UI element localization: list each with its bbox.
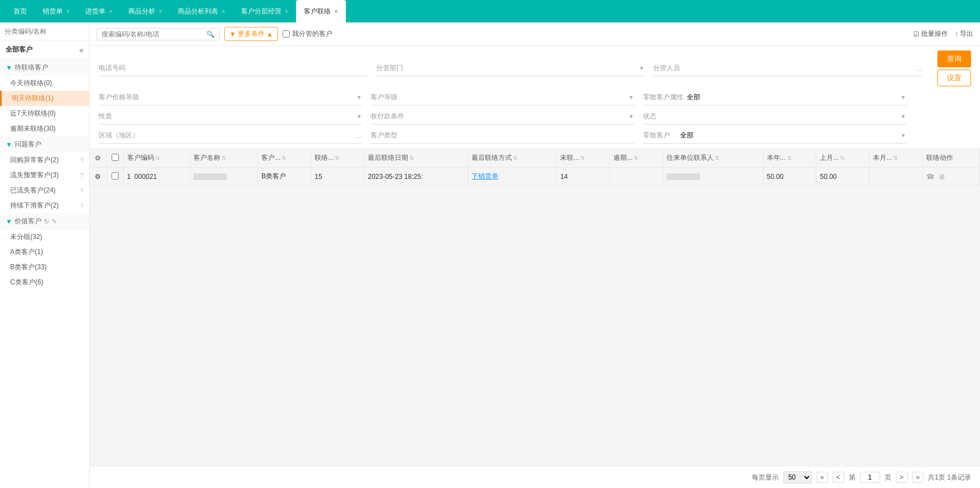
sidebar-group-problem[interactable]: ▼ 问题客户 [0, 136, 89, 153]
sidebar-all-customers[interactable]: 全部客户 « [0, 40, 89, 59]
page-number-input[interactable] [860, 472, 880, 483]
export-icon: ↑ [955, 30, 958, 38]
sidebar-search-input[interactable] [4, 27, 89, 35]
th-overdue: 逾期...⇅ [610, 149, 663, 168]
sort-this-month-icon[interactable]: ⇅ [893, 155, 898, 161]
call-icon[interactable]: ☎ [926, 173, 935, 181]
close-customer-segmentation-icon[interactable]: × [285, 8, 288, 15]
sort-type-icon[interactable]: ⇅ [281, 155, 286, 161]
filter-bar: 🔍 ▼ 更多条件 ▲ 我分管的客户 ☑ 批量操作 ↑ 导出 [90, 22, 980, 46]
sidebar-item-today-pending[interactable]: 今天待联络(0) [0, 76, 89, 91]
next-page-button[interactable]: > [896, 472, 908, 483]
sidebar-item-tomorrow-pending[interactable]: 明天待联络(1) [0, 91, 89, 106]
customer-level-dropdown-icon[interactable]: ▼ [628, 94, 634, 100]
sidebar-item-class-a[interactable]: A类客户(1) [0, 245, 89, 260]
close-sales-order-icon[interactable]: × [66, 8, 70, 15]
more-conditions-button[interactable]: ▼ 更多条件 ▲ [224, 27, 278, 41]
filter-right-actions: ☑ 批量操作 ↑ 导出 [913, 29, 973, 39]
sort-date-icon[interactable]: ⇅ [409, 155, 414, 161]
sort-contacts-icon[interactable]: ⇅ [335, 155, 339, 161]
phone-input[interactable] [132, 65, 367, 72]
help-icon[interactable]: ? [80, 187, 84, 194]
set-button[interactable]: 设置 [937, 70, 971, 86]
sidebar-item-ungrouped[interactable]: 未分组(32) [0, 229, 89, 245]
filter-nature: 性质 ▼ [99, 109, 362, 125]
nav-product-analysis-list[interactable]: 商品分析列表 × [170, 0, 233, 22]
nav-sales-order[interactable]: 销货单 × [35, 0, 77, 22]
refresh-icon[interactable]: ↻ [44, 218, 49, 225]
my-customers-checkbox[interactable] [283, 30, 290, 38]
row-last-contact-method: 下销货单 [468, 168, 557, 186]
sort-year-icon[interactable]: ⇅ [787, 155, 792, 161]
row-checkbox[interactable] [112, 172, 119, 179]
retail-attr-dropdown-icon[interactable]: ▼ [900, 94, 906, 100]
nature-dropdown-icon[interactable]: ▼ [356, 113, 362, 119]
close-product-analysis-icon[interactable]: × [159, 8, 162, 15]
select-all-checkbox[interactable] [112, 154, 119, 161]
sidebar: 🔍 全部客户 « ▼ 待联络客户 今天待联络(0) 明天待联络(1) 近7天待联… [0, 22, 90, 488]
sort-overdue-icon[interactable]: ⇅ [634, 155, 638, 161]
sidebar-item-repurchase-anomaly[interactable]: 回购异常客户(2) ? [0, 153, 89, 168]
export-button[interactable]: ↑ 导出 [955, 29, 973, 39]
status-dropdown-icon[interactable]: ▼ [900, 113, 906, 119]
price-level-dropdown-icon[interactable]: ▼ [356, 94, 362, 100]
th-contacts: 联络...⇅ [311, 149, 364, 168]
last-contact-method-link[interactable]: 下销货单 [471, 172, 498, 180]
search-icon[interactable]: 🔍 [206, 30, 215, 38]
row-this-year: 50.00 [763, 168, 816, 186]
customer-table: ⚙ 客户编码⇅ 客户名称⇅ 客户...⇅ 联络...⇅ 最后联络日期⇅ 最后联络… [90, 149, 980, 186]
th-gear[interactable]: ⚙ [90, 149, 107, 168]
nav-product-analysis[interactable]: 商品分析 × [121, 0, 170, 22]
query-button[interactable]: 查询 [937, 50, 971, 67]
first-page-button[interactable]: « [816, 472, 828, 483]
nav-purchase-order[interactable]: 进货单 × [77, 0, 120, 22]
sidebar-item-class-c[interactable]: C类客户(6) [0, 275, 89, 290]
filter-row-2: 客户价格等级 ▼ 客户等级 ▼ 零散客户属性 全部 ▼ [99, 90, 971, 105]
sidebar-group-value[interactable]: ▼ 价值客户 ↻ ✎ [0, 213, 89, 229]
sidebar-item-declining[interactable]: 持续下滑客户(2) ? [0, 198, 89, 213]
payment-terms-dropdown-icon[interactable]: ▼ [628, 113, 634, 119]
region-ellipsis-icon[interactable]: ... [356, 132, 362, 140]
nav-customer-segmentation[interactable]: 客户分层经营 × [233, 0, 296, 22]
edit-icon[interactable]: ✎ [52, 218, 57, 225]
nav-customer-contact[interactable]: 客户联络 × [296, 0, 345, 22]
sidebar-item-churn-warning[interactable]: 流失预警客户(3) ? [0, 168, 89, 183]
last-page-button[interactable]: » [912, 472, 924, 483]
sort-name-icon[interactable]: ⇅ [221, 155, 226, 161]
row-contacts: 15 [311, 168, 364, 186]
sidebar-group-pending[interactable]: ▼ 待联络客户 [0, 59, 89, 76]
filter-dept: 分管部门 ▼ [376, 61, 645, 76]
close-product-analysis-list-icon[interactable]: × [221, 8, 225, 15]
search-input[interactable] [101, 30, 206, 38]
sort-unit-icon[interactable]: ⇅ [715, 155, 719, 161]
sidebar-item-churned[interactable]: 已流失客户(24) ? [0, 183, 89, 198]
manager-ellipsis-icon[interactable]: ... [916, 65, 922, 72]
sort-not-contacted-icon[interactable]: ⇅ [580, 155, 585, 161]
sort-last-month-icon[interactable]: ⇅ [840, 155, 844, 161]
batch-operation-button[interactable]: ☑ 批量操作 [913, 29, 948, 39]
collapse-icon[interactable]: « [79, 45, 84, 54]
grid-icon[interactable]: ⊞ [939, 173, 945, 181]
nav-home[interactable]: 首页 [6, 0, 35, 22]
sort-method-icon[interactable]: ⇅ [513, 155, 517, 161]
help-icon[interactable]: ? [80, 157, 84, 164]
sidebar-item-class-b[interactable]: B类客户(33) [0, 260, 89, 275]
row-gear[interactable]: ⚙ [90, 168, 107, 186]
sidebar-item-overdue-pending[interactable]: 逾期未联络(30) [0, 121, 89, 136]
sidebar-item-7day-pending[interactable]: 近7天待联络(0) [0, 106, 89, 121]
per-page-label: 每页显示 [752, 473, 779, 482]
filter-retail-attr: 零散客户属性 全部 ▼ [643, 90, 906, 105]
close-customer-contact-icon[interactable]: × [334, 8, 338, 15]
help-icon[interactable]: ? [80, 202, 84, 209]
row-overdue [610, 168, 663, 186]
th-last-contact-date: 最后联络日期⇅ [364, 149, 468, 168]
advanced-filters: 电话号码 分管部门 ▼ 分管人员 ... 查询 设置 [90, 46, 980, 149]
sort-code-icon[interactable]: ⇅ [155, 155, 160, 161]
per-page-select[interactable]: 50 10 20 100 [783, 471, 812, 484]
row-check [107, 168, 123, 186]
close-purchase-order-icon[interactable]: × [109, 8, 112, 15]
dept-dropdown-icon[interactable]: ▼ [639, 65, 644, 71]
prev-page-button[interactable]: < [833, 472, 844, 483]
retail-customer-dropdown-icon[interactable]: ▼ [900, 132, 906, 139]
help-icon[interactable]: ? [80, 172, 84, 179]
